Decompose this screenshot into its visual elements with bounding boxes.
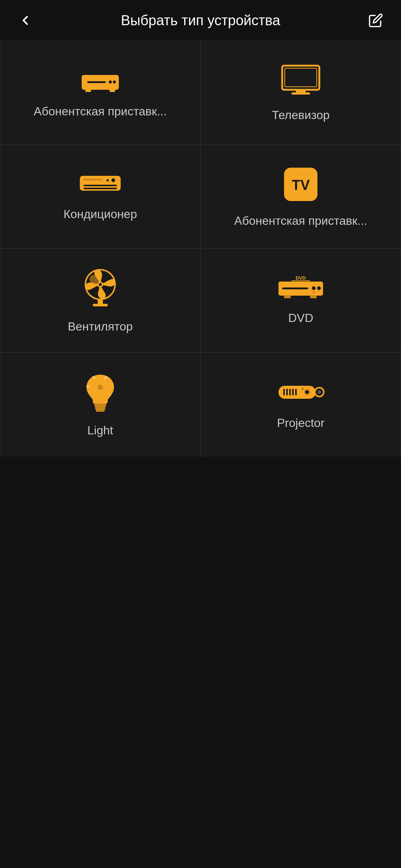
svg-rect-42 [289,389,291,395]
svg-point-32 [98,385,103,390]
svg-rect-26 [291,280,310,281]
device-label-television: Телевизор [272,108,330,122]
air-conditioner-icon [78,172,123,196]
back-arrow-icon [18,13,33,28]
svg-rect-8 [296,90,306,93]
device-label-fan: Вентилятор [68,320,133,333]
svg-rect-24 [282,287,308,289]
svg-rect-40 [283,389,285,395]
svg-point-2 [109,80,112,83]
svg-point-45 [301,387,304,390]
device-cell-projector[interactable]: Projector [200,352,401,456]
device-cell-air-conditioner[interactable]: Кондиционер [0,145,200,249]
header: Выбрать тип устройства [0,0,401,41]
edit-button[interactable] [365,10,386,31]
device-cell-set-top-box[interactable]: Абонентская приставк... [0,41,200,145]
device-label-tv-box: Абонентская приставк... [234,214,367,228]
svg-rect-4 [85,89,91,92]
svg-point-47 [305,390,309,394]
svg-point-29 [313,291,315,293]
svg-text:DVD: DVD [296,276,306,281]
svg-rect-12 [84,188,117,189]
device-type-grid: Абонентская приставк... Телевизор [0,41,401,456]
device-label-light: Light [87,424,113,437]
svg-rect-31 [310,295,317,298]
svg-rect-7 [285,68,317,87]
svg-point-39 [317,390,321,394]
svg-point-3 [113,80,116,83]
svg-rect-9 [291,92,310,95]
device-cell-fan[interactable]: Вентилятор [0,249,200,352]
svg-text:TV: TV [292,177,310,193]
page-title: Выбрать тип устройства [36,13,365,29]
svg-rect-35 [96,410,105,412]
device-label-air-conditioner: Кондиционер [63,207,137,221]
svg-rect-34 [95,407,105,410]
fan-icon [82,268,119,309]
svg-rect-30 [284,295,291,298]
svg-rect-15 [84,179,102,180]
device-cell-tv-box[interactable]: TV Абонентская приставк... [200,145,401,249]
device-label-set-top-box: Абонентская приставк... [34,105,167,118]
device-cell-television[interactable]: Телевизор [200,41,401,145]
edit-pencil-icon [368,13,383,28]
svg-rect-43 [292,389,294,395]
projector-icon [277,379,325,405]
svg-rect-41 [286,389,288,395]
device-label-dvd: DVD [288,311,313,325]
svg-point-28 [317,286,321,290]
svg-rect-5 [110,89,115,92]
device-cell-light[interactable]: Light [0,352,200,456]
svg-point-13 [111,178,115,182]
set-top-box-icon [80,68,121,93]
svg-rect-1 [87,81,106,83]
light-bulb-icon [84,372,117,412]
svg-rect-44 [295,389,297,395]
svg-point-14 [107,179,109,181]
dvd-icon: DVD [277,276,325,300]
svg-point-27 [312,286,316,290]
back-button[interactable] [15,10,36,31]
svg-rect-33 [94,404,106,407]
svg-rect-22 [93,304,108,306]
svg-rect-21 [98,299,103,305]
device-cell-dvd[interactable]: DVD DVD [200,249,401,352]
television-icon [280,64,321,97]
tv-box-icon: TV [282,166,319,203]
svg-point-20 [99,283,102,286]
svg-rect-11 [84,185,117,186]
device-label-projector: Projector [277,416,325,430]
